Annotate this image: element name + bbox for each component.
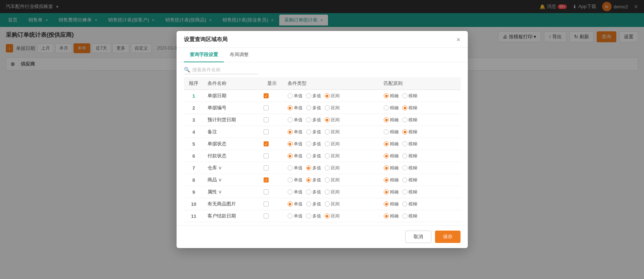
row-seq: 8 <box>184 174 204 186</box>
radio-type-single[interactable]: 单值 <box>288 117 303 123</box>
radio-type-multi[interactable]: 多值 <box>306 129 321 135</box>
radio-match-fuzzy[interactable]: 模糊 <box>402 141 417 147</box>
checkbox[interactable] <box>264 153 269 158</box>
dialog-tab-query-fields[interactable]: 查询字段设置 <box>184 48 224 62</box>
radio-match-exact[interactable]: 精确 <box>384 165 399 171</box>
save-button[interactable]: 保存 <box>435 231 461 243</box>
row-display-checkbox[interactable] <box>260 198 284 210</box>
radio-type-multi[interactable]: 多值 <box>306 201 321 207</box>
checkbox[interactable] <box>264 105 269 110</box>
radio-type-range[interactable]: 区间 <box>325 153 340 159</box>
checkbox[interactable] <box>264 141 269 146</box>
row-seq: 3 <box>184 114 204 126</box>
radio-match-fuzzy[interactable]: 模糊 <box>402 213 417 219</box>
radio-type-single[interactable]: 单值 <box>288 201 303 207</box>
radio-match-fuzzy[interactable]: 模糊 <box>402 105 417 111</box>
radio-type-range[interactable]: 区间 <box>325 177 340 183</box>
cancel-button[interactable]: 取消 <box>405 231 431 243</box>
row-display-checkbox[interactable] <box>260 174 284 186</box>
radio-match-exact[interactable]: 精确 <box>384 117 399 123</box>
checkbox[interactable] <box>264 189 269 194</box>
checkbox[interactable] <box>264 213 269 219</box>
checkbox[interactable] <box>264 177 269 182</box>
dialog-close-button[interactable]: × <box>457 36 461 43</box>
radio-type-single[interactable]: 单值 <box>288 213 303 219</box>
radio-type-single[interactable]: 单值 <box>288 129 303 135</box>
radio-type-range[interactable]: 区间 <box>325 165 340 171</box>
row-type: 单值多值区间 <box>284 186 380 198</box>
radio-type-multi[interactable]: 多值 <box>306 117 321 123</box>
radio-type-multi[interactable]: 多值 <box>306 105 321 111</box>
radio-match-fuzzy[interactable]: 模糊 <box>402 165 417 171</box>
radio-match-exact[interactable]: 精确 <box>384 93 399 99</box>
radio-circle <box>288 189 293 194</box>
row-seq: 7 <box>184 162 204 174</box>
radio-type-range[interactable]: 区间 <box>325 129 340 135</box>
modal-overlay: 设置查询区域布局 × 查询字段设置 布局调整 🔍 <box>0 0 644 279</box>
row-display-checkbox[interactable] <box>260 210 284 222</box>
search-wrapper: 🔍 <box>184 67 258 74</box>
radio-type-multi[interactable]: 多值 <box>306 177 321 183</box>
radio-match-exact[interactable]: 精确 <box>384 105 399 111</box>
radio-match-exact[interactable]: 精确 <box>384 213 399 219</box>
checkbox[interactable] <box>264 201 269 207</box>
search-input[interactable] <box>192 67 258 72</box>
radio-match-exact[interactable]: 精确 <box>384 189 399 195</box>
radio-type-range[interactable]: 区间 <box>325 93 340 99</box>
radio-match-fuzzy[interactable]: 模糊 <box>402 117 417 123</box>
radio-match-fuzzy[interactable]: 模糊 <box>402 93 417 99</box>
radio-match-fuzzy[interactable]: 模糊 <box>402 189 417 195</box>
radio-label: 精确 <box>390 165 399 171</box>
checkbox[interactable] <box>264 93 269 98</box>
radio-type-multi[interactable]: 多值 <box>306 153 321 159</box>
radio-circle <box>325 201 330 207</box>
dialog-tab-layout[interactable]: 布局调整 <box>224 48 254 62</box>
radio-type-multi[interactable]: 多值 <box>306 165 321 171</box>
radio-match-exact[interactable]: 精确 <box>384 177 399 183</box>
checkbox[interactable] <box>264 165 269 170</box>
radio-type-multi[interactable]: 多值 <box>306 141 321 147</box>
radio-type-single[interactable]: 单值 <box>288 189 303 195</box>
radio-label: 区间 <box>331 189 340 195</box>
radio-match-exact[interactable]: 精确 <box>384 129 399 135</box>
checkbox[interactable] <box>264 129 269 134</box>
row-display-checkbox[interactable] <box>260 162 284 174</box>
checkbox[interactable] <box>264 117 269 122</box>
row-display-checkbox[interactable] <box>260 150 284 162</box>
radio-type-range[interactable]: 区间 <box>325 105 340 111</box>
radio-type-multi[interactable]: 多值 <box>306 189 321 195</box>
radio-label: 区间 <box>331 129 340 135</box>
radio-type-single[interactable]: 单值 <box>288 105 303 111</box>
radio-type-range[interactable]: 区间 <box>325 141 340 147</box>
radio-circle <box>384 153 389 158</box>
radio-match-fuzzy[interactable]: 模糊 <box>402 201 417 207</box>
radio-match-exact[interactable]: 精确 <box>384 201 399 207</box>
radio-match-exact[interactable]: 精确 <box>384 141 399 147</box>
col-header-type: 条件类型 <box>284 77 380 90</box>
radio-circle <box>288 153 293 158</box>
radio-type-single[interactable]: 单值 <box>288 93 303 99</box>
row-display-checkbox[interactable] <box>260 90 284 102</box>
row-display-checkbox[interactable] <box>260 186 284 198</box>
radio-type-range[interactable]: 区间 <box>325 117 340 123</box>
radio-match-fuzzy[interactable]: 模糊 <box>402 177 417 183</box>
row-display-checkbox[interactable] <box>260 126 284 138</box>
radio-match-fuzzy[interactable]: 模糊 <box>402 129 417 135</box>
radio-label: 区间 <box>331 93 340 99</box>
radio-circle <box>306 93 311 98</box>
radio-label: 精确 <box>390 141 399 147</box>
radio-type-single[interactable]: 单值 <box>288 141 303 147</box>
radio-type-single[interactable]: 单值 <box>288 153 303 159</box>
radio-type-range[interactable]: 区间 <box>325 189 340 195</box>
radio-type-multi[interactable]: 多值 <box>306 213 321 219</box>
radio-type-range[interactable]: 区间 <box>325 213 340 219</box>
radio-type-range[interactable]: 区间 <box>325 201 340 207</box>
row-display-checkbox[interactable] <box>260 138 284 150</box>
radio-match-fuzzy[interactable]: 模糊 <box>402 153 417 159</box>
row-display-checkbox[interactable] <box>260 102 284 114</box>
radio-type-multi[interactable]: 多值 <box>306 93 321 99</box>
radio-match-exact[interactable]: 精确 <box>384 153 399 159</box>
row-display-checkbox[interactable] <box>260 114 284 126</box>
radio-type-single[interactable]: 单值 <box>288 177 303 183</box>
radio-type-single[interactable]: 单值 <box>288 165 303 171</box>
